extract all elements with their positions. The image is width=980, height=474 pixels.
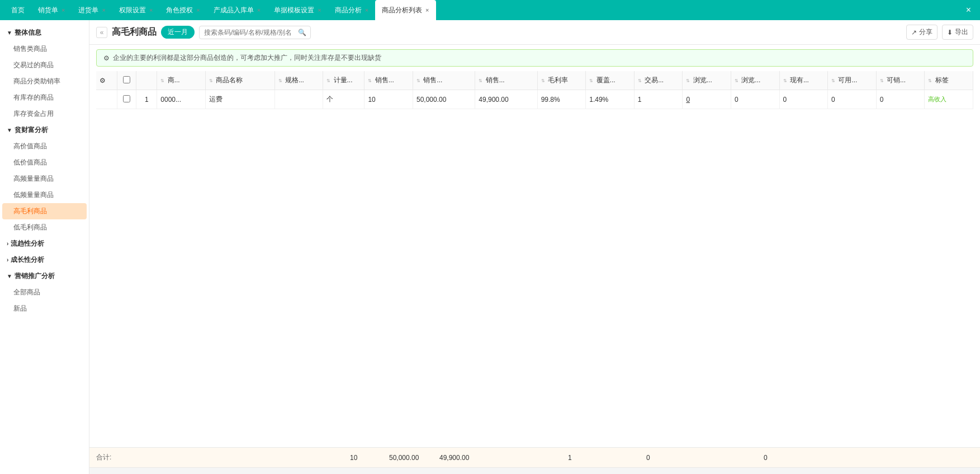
select-all-checkbox[interactable] [123,76,130,83]
sort-sales-qty-icon[interactable]: ⇅ [368,78,372,83]
tab-sales[interactable]: 销货单 × [31,0,72,20]
th-sales-cost[interactable]: ⇅ 销售... [475,71,537,90]
export-icon: ⬇ [947,29,953,36]
th-sales-amt[interactable]: ⇅ 销售... [413,71,475,90]
tab-permissions[interactable]: 权限设置 × [112,0,159,20]
close-products-tab[interactable]: × [257,7,261,13]
th-coverage[interactable]: ⇅ 覆盖... [586,71,635,90]
cell-sales-amt: 50,000.00 [413,90,475,109]
table-footer: 合计: 10 50,000.00 49,900.00 1 0 0 [89,447,980,467]
th-trade[interactable]: ⇅ 交易... [634,71,683,90]
th-sellable[interactable]: ⇅ 可销... [876,71,925,90]
sidebar-item-all-goods[interactable]: 全部商品 [0,284,89,301]
sort-sellable-icon[interactable]: ⇅ [880,78,884,83]
sort-browse1-icon[interactable]: ⇅ [686,78,690,83]
th-code[interactable]: ⇅ 商... [157,71,206,90]
row-checkbox[interactable] [123,95,130,102]
search-input[interactable] [199,26,311,39]
tab-home[interactable]: 首页 [4,0,31,20]
th-unit[interactable]: ⇅ 计量... [323,71,364,90]
cell-settings [96,90,117,109]
tab-analysis[interactable]: 商品分析 × [328,0,375,20]
sort-stock1-icon[interactable]: ⇅ [783,78,787,83]
sidebar-group-marketing[interactable]: ▼ 营销推广分析 [0,268,89,284]
sort-spec-icon[interactable]: ⇅ [278,78,282,83]
footer-spacer1 [130,454,146,462]
arrow-wealth: ▼ [7,127,12,133]
sidebar-group-trend[interactable]: › 流趋性分析 [0,236,89,252]
cell-coverage: 1.49% [586,90,635,109]
sidebar-item-high-margin[interactable]: 高毛利商品 [2,203,87,219]
close-analysis-tab[interactable]: × [365,7,368,13]
share-button[interactable]: ↗ 分享 [906,25,938,40]
search-icon[interactable]: 🔍 [298,29,306,36]
sort-margin-icon[interactable]: ⇅ [541,78,545,83]
tab-analysis-list[interactable]: 商品分析列表 × [375,0,435,20]
th-settings[interactable]: ⚙ [96,71,117,90]
th-sales-qty[interactable]: ⇅ 销售... [364,71,413,90]
footer-coverage [525,454,565,462]
footer-margin [486,454,525,462]
arrow-marketing: ▼ [7,273,12,279]
sort-sales-amt-icon[interactable]: ⇅ [416,78,420,83]
cell-name[interactable]: 运费 [205,90,274,109]
tab-purchase[interactable]: 进货单 × [72,0,112,20]
sort-stock2-icon[interactable]: ⇅ [831,78,835,83]
sidebar-item-traded-goods[interactable]: 交易过的商品 [0,57,89,73]
close-template-tab[interactable]: × [318,7,321,13]
sidebar-item-low-value[interactable]: 低价值商品 [0,154,89,171]
th-stock1[interactable]: ⇅ 现有... [779,71,828,90]
horizontal-scrollbar[interactable] [89,467,980,474]
th-checkbox [117,71,136,90]
sidebar-item-analysis-rate[interactable]: 商品分类助销率 [0,73,89,90]
cell-rownum: 1 [136,90,157,109]
sort-sales-cost-icon[interactable]: ⇅ [479,78,482,83]
cell-browse1[interactable]: 0 [683,90,731,109]
sidebar-item-high-value[interactable]: 高价值商品 [0,138,89,154]
tab-roles[interactable]: 角色授权 × [159,0,206,20]
top-navigation: 首页 销货单 × 进货单 × 权限设置 × 角色授权 × 产成品入库单 × 单据… [0,0,980,20]
sidebar-item-in-stock[interactable]: 有库存的商品 [0,90,89,106]
th-name[interactable]: ⇅ 商品名称 [205,71,274,90]
th-margin-rate[interactable]: ⇅ 毛利率 [537,71,586,90]
close-roles-tab[interactable]: × [196,7,200,13]
sort-trade-icon[interactable]: ⇅ [638,78,642,83]
table-wrapper[interactable]: ⚙ ⇅ 商... ⇅ 商品名称 [89,71,980,447]
th-stock2[interactable]: ⇅ 可用... [828,71,877,90]
th-tag[interactable]: ⇅ 标签 [925,71,973,90]
sidebar-item-sales-goods[interactable]: 销售类商品 [0,41,89,57]
sidebar-item-low-freq[interactable]: 低频量量商品 [0,187,89,203]
close-all-tabs[interactable]: × [962,5,976,15]
th-browse2[interactable]: ⇅ 浏览... [731,71,779,90]
sidebar-group-growth[interactable]: › 成长性分析 [0,252,89,268]
sidebar-item-new-goods[interactable]: 新品 [0,301,89,317]
sidebar-item-stock-ratio[interactable]: 库存资金占用 [0,106,89,122]
sidebar-item-high-freq[interactable]: 高频量量商品 [0,171,89,187]
sort-browse2-icon[interactable]: ⇅ [735,78,738,83]
close-analysis-list-tab[interactable]: × [425,7,429,13]
sidebar-group-overall[interactable]: ▼ 整体信息 [0,25,89,41]
footer-unit [313,454,347,462]
sort-coverage-icon[interactable]: ⇅ [589,78,593,83]
footer-cells: 10 50,000.00 49,900.00 1 0 0 [130,454,973,462]
sort-tag-icon[interactable]: ⇅ [928,78,932,83]
sidebar-group-wealth[interactable]: ▼ 贫财富分析 [0,122,89,138]
th-spec[interactable]: ⇅ 规格... [274,71,323,90]
close-purchase-tab[interactable]: × [102,7,105,13]
period-filter-button[interactable]: 近一月 [161,26,195,39]
sort-name-icon[interactable]: ⇅ [209,78,213,83]
th-browse1[interactable]: ⇅ 浏览... [683,71,731,90]
main-area: ▼ 整体信息 销售类商品 交易过的商品 商品分类助销率 有库存的商品 库存资金占… [0,20,980,474]
share-icon: ↗ [911,29,917,36]
close-sales-tab[interactable]: × [61,7,65,13]
tab-template[interactable]: 单据模板设置 × [267,0,328,20]
close-permissions-tab[interactable]: × [149,7,153,13]
tab-products[interactable]: 产成品入库单 × [207,0,267,20]
collapse-sidebar-button[interactable]: « [96,27,107,38]
export-button[interactable]: ⬇ 导出 [942,25,973,40]
content-header: « 高毛利商品 近一月 🔍 ↗ 分享 ⬇ 导出 [89,20,980,45]
cell-checkbox[interactable] [117,90,136,109]
sort-code-icon[interactable]: ⇅ [160,78,164,83]
sidebar-item-low-margin[interactable]: 低毛利商品 [0,219,89,236]
sort-unit-icon[interactable]: ⇅ [326,78,330,83]
